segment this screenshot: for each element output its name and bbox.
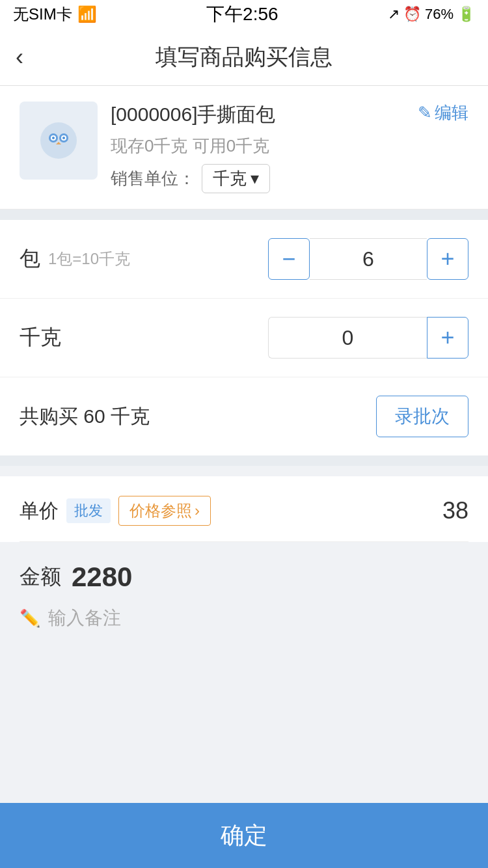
total-text: 共购买 60 千克 bbox=[20, 403, 150, 430]
page-title: 填写商品购买信息 bbox=[156, 42, 332, 72]
edit-label: 编辑 bbox=[435, 102, 468, 124]
note-icon: ✏️ bbox=[20, 608, 40, 629]
bag-quantity-input[interactable] bbox=[310, 238, 427, 280]
carrier-text: 无SIM卡 bbox=[13, 4, 72, 25]
wifi-icon: 📶 bbox=[77, 5, 97, 23]
separator-2 bbox=[0, 455, 488, 466]
battery-icon: 🔋 bbox=[457, 6, 475, 23]
confirm-button[interactable]: 确定 bbox=[0, 803, 488, 868]
price-value: 38 bbox=[442, 497, 468, 524]
kg-label: 千克 bbox=[20, 323, 61, 352]
product-stock: 现存0千克 可用0千克 bbox=[111, 135, 468, 157]
separator-1 bbox=[0, 210, 488, 220]
dropdown-icon: ▾ bbox=[251, 169, 259, 189]
product-info: [0000006]手撕面包 ✎ 编辑 现存0千克 可用0千克 销售单位： 千克 … bbox=[111, 102, 468, 193]
unit-select[interactable]: 千克 ▾ bbox=[202, 164, 270, 193]
battery-text: 76% bbox=[425, 6, 454, 23]
bag-controls: − + bbox=[268, 238, 468, 280]
status-time: 下午2:56 bbox=[206, 2, 278, 27]
kg-increment-button[interactable]: + bbox=[427, 317, 468, 359]
location-icon: ↗ bbox=[388, 6, 400, 23]
bag-label: 包 bbox=[20, 245, 40, 273]
price-ref-label: 价格参照 bbox=[129, 500, 192, 521]
bag-input-row: 包 1包=10千克 − + bbox=[0, 220, 488, 299]
amount-value: 2280 bbox=[72, 562, 132, 593]
svg-point-5 bbox=[52, 137, 55, 139]
batch-button[interactable]: 录批次 bbox=[376, 396, 468, 437]
status-right: ↗ ⏰ 76% 🔋 bbox=[388, 6, 475, 23]
edit-icon: ✎ bbox=[418, 103, 432, 123]
product-unit: 销售单位： 千克 ▾ bbox=[111, 164, 468, 193]
input-section: 包 1包=10千克 − + 千克 + bbox=[0, 220, 488, 377]
bag-decrement-button[interactable]: − bbox=[268, 238, 310, 280]
price-row: 单价 批发 价格参照 › 38 bbox=[20, 496, 468, 542]
product-card: [0000006]手撕面包 ✎ 编辑 现存0千克 可用0千克 销售单位： 千克 … bbox=[0, 86, 488, 210]
price-ref-button[interactable]: 价格参照 › bbox=[118, 496, 211, 526]
kg-controls: + bbox=[268, 317, 468, 359]
product-image bbox=[20, 102, 98, 180]
unit-value: 千克 bbox=[213, 167, 247, 190]
note-placeholder: 输入备注 bbox=[48, 606, 121, 631]
svg-point-6 bbox=[62, 137, 65, 139]
amount-row: 金额 2280 bbox=[20, 562, 468, 593]
price-label-group: 单价 批发 价格参照 › bbox=[20, 496, 211, 526]
bag-hint: 1包=10千克 bbox=[48, 249, 130, 269]
bag-increment-button[interactable]: + bbox=[427, 238, 468, 280]
product-name: [0000006]手撕面包 bbox=[111, 102, 275, 128]
alarm-icon: ⏰ bbox=[403, 6, 421, 23]
amount-label: 金额 bbox=[20, 563, 61, 591]
price-ref-arrow: › bbox=[195, 502, 200, 520]
kg-input-row: 千克 + bbox=[0, 299, 488, 377]
svg-point-0 bbox=[40, 122, 77, 159]
status-bar: 无SIM卡 📶 下午2:56 ↗ ⏰ 76% 🔋 bbox=[0, 0, 488, 29]
price-tag: 批发 bbox=[66, 498, 111, 523]
back-button[interactable]: ‹ bbox=[16, 44, 23, 71]
kg-quantity-input[interactable] bbox=[268, 317, 427, 359]
amount-section: 金额 2280 ✏️ 输入备注 bbox=[0, 542, 488, 644]
price-section: 单价 批发 价格参照 › 38 bbox=[0, 476, 488, 542]
edit-button[interactable]: ✎ 编辑 bbox=[418, 102, 468, 124]
unit-label: 销售单位： bbox=[111, 167, 195, 190]
note-row[interactable]: ✏️ 输入备注 bbox=[20, 606, 468, 631]
total-section: 共购买 60 千克 录批次 bbox=[0, 377, 488, 455]
product-logo-icon bbox=[39, 121, 78, 160]
status-left: 无SIM卡 📶 bbox=[13, 4, 97, 25]
nav-bar: ‹ 填写商品购买信息 bbox=[0, 29, 488, 86]
price-label: 单价 bbox=[20, 498, 59, 524]
